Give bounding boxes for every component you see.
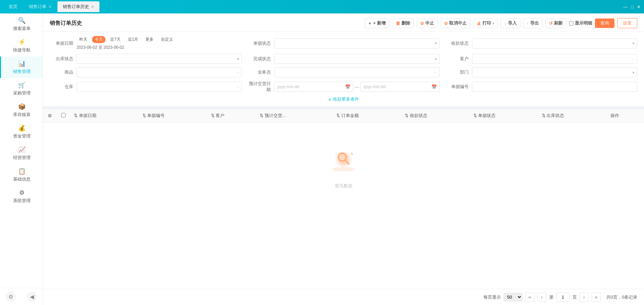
minimize-icon[interactable]: — [623,4,628,9]
salesman-dots: ··· [434,71,436,74]
sidebar-item-basics[interactable]: 📋 基础信息 [0,164,43,186]
page-header: 销售订单历史 + + 新增 🗑 删除 ⊘ 中止 ⊘ 取消中止 [43,13,644,32]
next-page-button[interactable]: › [579,293,589,302]
delete-icon: 🗑 [396,21,400,26]
salesman-select[interactable]: ··· [274,67,439,77]
tab-sales-order[interactable]: 销售订单 ✕ [24,1,57,12]
set-button[interactable]: 设置 [617,18,637,28]
tab-home[interactable]: 首页 [3,1,23,12]
show-detail-checkbox[interactable] [569,21,573,26]
date-filter-cell: 单据日期 昨天 今天 近7天 近1月 更多 自定义 2023-06-02 至 2… [50,36,242,50]
pagination-bar: 每页显示 50 20 100 « ‹ 第 页 › » 共0页，0条记录 [43,289,644,305]
th-customer[interactable]: ⇅ 客户 [207,109,256,122]
tab-sales-order-history[interactable]: 销售订单历史 ✕ [57,1,99,12]
sidebar-item-operations-label: 经营管理 [13,155,31,161]
sidebar: 🔍 搜索菜单 ⚡ 快捷导航 📊 销售管理 🛒 采购管理 📦 库存核算 💰 资金管… [0,13,43,305]
collapse-bar[interactable]: ∧ 收起更多条件 [50,95,637,102]
th-receipt-status[interactable]: ⇅ 收款状态 [401,109,469,122]
close-icon[interactable]: ✕ [637,4,641,9]
empty-state: ✦ ✦ 暂无数据 [43,122,644,209]
receipt-status-label: 收款状态 [445,40,472,46]
sidebar-item-system[interactable]: ⚙ 系统管理 [0,186,43,207]
date-1month[interactable]: 近1月 [125,36,141,43]
import-button[interactable]: ↓ 导入 [501,18,520,28]
basics-icon: 📋 [18,167,26,175]
add-button[interactable]: + + 新增 [365,18,389,28]
date-7days[interactable]: 近7天 [108,36,123,43]
show-detail-checkbox-label[interactable]: 显示明细 [569,20,592,26]
export-button[interactable]: ↑ 导出 [523,18,543,28]
print-button[interactable]: 🖨 打印 ▾ [473,18,498,28]
complete-status-label: 完成状态 [247,56,274,62]
date-more[interactable]: 更多 [143,36,156,43]
sidebar-item-finance[interactable]: 💰 资金管理 [0,121,43,143]
th-bill-no[interactable]: ⇅ 单据编号 [138,109,207,122]
cancel-stop-button[interactable]: ⊘ 取消中止 [440,18,470,28]
maximize-icon[interactable]: □ [631,4,634,9]
th-delivery-status[interactable]: ⇅ 出库状态 [538,109,606,122]
customer-dots: ··· [632,57,634,61]
date-custom[interactable]: 自定义 [158,36,176,43]
bill-status-select[interactable]: ▾ [274,38,439,48]
select-all-checkbox[interactable] [61,113,66,117]
warehouse-select[interactable]: ··· [77,82,242,92]
delete-button[interactable]: 🗑 删除 [392,18,414,28]
receipt-status-arrow: ▾ [633,41,634,45]
data-table: ⚙ ⇅ 单据日期 ⇅ 单据编号 [43,109,644,122]
page-number-input[interactable] [556,293,570,302]
page-label-prefix: 第 [549,294,554,300]
query-button[interactable]: 查询 [595,18,614,28]
sidebar-item-inventory[interactable]: 📦 库存核算 [0,100,43,121]
receipt-status-select[interactable]: ▾ [472,38,637,48]
sidebar-item-purchase[interactable]: 🛒 采购管理 [0,78,43,100]
date-filter-label: 单据日期 [50,40,77,46]
sidebar-collapse-button[interactable]: ◀ [27,292,37,302]
sidebar-item-search[interactable]: 🔍 搜索菜单 [0,13,43,35]
dept-select[interactable]: ▾ [472,67,637,77]
print-icon: 🖨 [477,21,481,26]
expected-date-start[interactable]: yyyy-mm-dd 📅 [274,82,353,92]
receipt-status-cell: 收款状态 ▾ [445,36,637,50]
th-amount[interactable]: ⇅ 订单金额 [332,109,401,122]
goods-label: 商品 [50,69,77,75]
complete-status-select[interactable]: ▾ [274,54,439,64]
bill-status-label: 单据状态 [247,40,274,46]
sidebar-item-purchase-label: 采购管理 [13,90,31,96]
expected-date-end[interactable]: yyyy-mm-dd 📅 [360,82,440,92]
calendar-end-icon: 📅 [431,84,437,89]
svg-point-0 [332,167,355,171]
system-icon: ⚙ [18,189,26,196]
refresh-button[interactable]: ↺ 刷新 [545,18,566,28]
sidebar-item-operations[interactable]: 📈 经营管理 [0,143,43,164]
last-page-icon: » [595,295,597,300]
page-size-select[interactable]: 50 20 100 [504,293,522,301]
goods-select[interactable]: ··· [77,67,242,77]
date-today[interactable]: 今天 [92,36,105,43]
bill-no-input[interactable] [472,82,637,92]
collapse-label: 收起更多条件 [333,96,359,102]
last-page-button[interactable]: » [592,293,601,302]
customer-select[interactable]: ··· [472,54,637,64]
th-bill-status[interactable]: ⇅ 单据状态 [469,109,538,122]
tab-sales-order-close[interactable]: ✕ [48,5,51,9]
sidebar-item-quicknav-label: 快捷导航 [13,47,31,53]
first-page-button[interactable]: « [525,293,534,302]
delivery-status-select[interactable]: ▾ [77,54,242,64]
sidebar-item-quicknav[interactable]: ⚡ 快捷导航 [0,35,43,56]
th-expected-date[interactable]: ⇅ 预计交货... [256,109,332,122]
sidebar-settings-button[interactable]: ⚙ [6,292,16,302]
prev-page-button[interactable]: ‹ [537,293,547,302]
sidebar-item-sales[interactable]: 📊 销售管理 [0,56,43,78]
th-settings[interactable]: ⚙ [43,109,56,122]
th-date[interactable]: ⇅ 单据日期 [70,109,138,122]
collapse-up-icon: ∧ [328,97,332,102]
svg-text:✦: ✦ [335,152,338,156]
purchase-icon: 🛒 [18,81,26,89]
date-yesterday[interactable]: 昨天 [77,36,90,43]
th-checkbox[interactable] [56,109,70,122]
inventory-icon: 📦 [18,103,26,110]
export-icon: ↑ [527,21,529,26]
customer-label: 客户 [445,56,472,62]
tab-sales-order-history-close[interactable]: ✕ [91,5,94,9]
stop-button[interactable]: ⊘ 中止 [417,18,438,28]
